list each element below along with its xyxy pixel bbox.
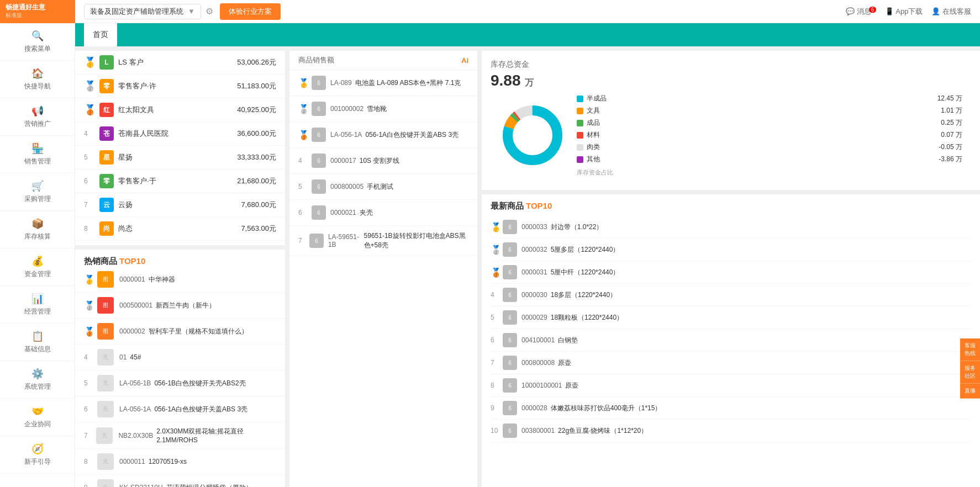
customer-amount: 51,183.00元 — [237, 81, 276, 91]
sidebar-item-finance[interactable]: 💰 资金管理 — [0, 248, 75, 286]
legend-category-name: 材料 — [587, 130, 941, 140]
online-service[interactable]: 👤 在线客服 — [931, 7, 971, 17]
hot-product-item[interactable]: 🥉 图 0000002 智利车子里（规格不知道填什么） — [75, 319, 285, 345]
inventory-value: 9.88 — [491, 72, 521, 89]
newest-product-item[interactable]: 4 6 0000030 18多层（1220*2440） — [491, 284, 971, 306]
newest-product-item[interactable]: 5 6 0000029 18颗粒板（1220*2440） — [491, 306, 971, 329]
float-btn-service[interactable]: 客服热线 — [960, 338, 980, 361]
legend-item: 材料 0.07 万 — [577, 130, 962, 140]
newest-list: 🥇 6 0000033 封边带（1.0*22） 🥈 6 0000032 5厘多层… — [491, 216, 971, 442]
sidebar-item-system[interactable]: ⚙️ 系统管理 — [0, 361, 75, 399]
legend-color-swatch — [577, 96, 583, 102]
sidebar-item-search[interactable]: 🔍 搜索菜单 — [0, 23, 75, 61]
rank-number: 8 — [84, 225, 99, 232]
newest-product-item[interactable]: 9 6 0000028 体嫩荔枝味苏打饮品400毫升（1*15） — [491, 397, 971, 420]
sidebar-item-inventory[interactable]: 📦 库存核算 — [0, 211, 75, 248]
sidebar-quicknav-label: 快捷导航 — [24, 82, 51, 91]
rank-number: 5 — [84, 379, 97, 387]
newest-product-item[interactable]: 10 6 003800001 22g鱼豆腐·烧烤味（1*12*20） — [491, 420, 971, 442]
hot-product-item[interactable]: 🥇 图 0000001 中华神器 — [75, 267, 285, 293]
hot-product-item[interactable]: 9 无 KK-SD22110H 花语萌恒温分腿睡袋（厚款） — [75, 475, 285, 487]
product-code: LA-089 — [330, 79, 352, 87]
customer-ranking-item[interactable]: 5 星 星扬 33,333.00元 — [75, 146, 285, 170]
hot-product-item[interactable]: 🥈 图 000500001 新西兰牛肉（新牛） — [75, 293, 285, 319]
product-sales-item[interactable]: 🥇 6 LA-089 电池盖 LA-089 ABS本色+黑种 7.1克 — [289, 70, 477, 96]
float-btn-live[interactable]: 直播 — [960, 384, 980, 399]
customer-ranking-item[interactable]: 6 零 零售客户·于 21,680.00元 — [75, 170, 285, 193]
hot-product-item[interactable]: 4 无 01 45# — [75, 345, 285, 370]
finance-icon: 💰 — [31, 255, 44, 267]
newest-product-name: 5厘多层（1220*2440） — [551, 245, 620, 255]
newest-product-name: 封边带（1.0*22） — [551, 223, 603, 232]
customer-ranking-item[interactable]: 7 云 云扬 7,680.00元 — [75, 193, 285, 217]
product-sales-item[interactable]: 🥈 6 001000002 雪地靴 — [289, 96, 477, 122]
rank-number: 4 — [298, 157, 312, 165]
legend-item: 肉类 -0.05 万 — [577, 142, 962, 152]
topbar-right: 💬 消息6 📱 App下载 👤 在线客服 — [846, 7, 971, 17]
trial-button[interactable]: 体验行业方案 — [220, 3, 281, 20]
float-btn-community[interactable]: 服务社区 — [960, 361, 980, 384]
product-sales-item[interactable]: 7 6 LA-59651-1B 59651-1B旋转投影灯电池盒ABS黑色+58… — [289, 226, 477, 256]
hot-product-item[interactable]: 6 无 LA-056-1A 056-1A白色按键开关盖ABS 3壳 — [75, 396, 285, 422]
sidebar-item-basics[interactable]: 📋 基础信息 — [0, 324, 75, 361]
sidebar-item-cooperation[interactable]: 🤝 企业协同 — [0, 399, 75, 436]
sidebar-item-purchase[interactable]: 🛒 采购管理 — [0, 173, 75, 211]
product-sales-item[interactable]: 5 6 000800005 手机测试 — [289, 174, 477, 200]
customer-ranking-item[interactable]: 8 尚 尚态 7,563.00元 — [75, 217, 285, 241]
sidebar-item-marketing[interactable]: 📢 营销推广 — [0, 98, 75, 136]
sidebar-cooperation-label: 企业协同 — [24, 420, 51, 429]
tab-home[interactable]: 首页 — [84, 23, 117, 46]
app-download[interactable]: 📱 App下载 — [885, 7, 923, 17]
rank-number: 7 — [491, 359, 503, 367]
gold-medal-icon: 🥇 — [84, 56, 99, 68]
customer-ranking-item[interactable]: 🥉 红 红太阳文具 40,925.00元 — [75, 98, 285, 122]
system-selector[interactable]: 装备及固定资产辅助管理系统 ▼ — [84, 4, 201, 19]
customer-ranking-item[interactable]: 4 苍 苍南县人民医院 36,600.00元 — [75, 122, 285, 146]
newest-title: 最新商品 — [491, 201, 524, 211]
rank-number: 4 — [84, 130, 99, 137]
hot-product-item[interactable]: 7 无 NB2.0X30B 2.0X30MM双摇花轴;摇花直径2.1MM/ROH… — [75, 422, 285, 449]
customer-ranking-item[interactable]: 🥈 零 零售客户·许 51,183.00元 — [75, 75, 285, 98]
product-sales-item[interactable]: 4 6 0000017 10S 变割罗线 — [289, 148, 477, 174]
product-code: 0000021 — [330, 209, 356, 216]
product-code: 000800005 — [330, 183, 363, 190]
customer-ranking-item[interactable]: 🥇 L LS 客户 53,006.26元 — [75, 51, 285, 75]
sidebar-item-operations[interactable]: 📊 经营管理 — [0, 286, 75, 324]
basics-icon: 📋 — [31, 330, 44, 342]
newest-product-thumb: 6 — [503, 310, 517, 325]
message-icon-area[interactable]: 💬 消息6 — [846, 7, 876, 17]
settings-icon[interactable]: ⚙ — [206, 6, 213, 17]
rank-number: 8 — [84, 458, 97, 465]
rank-number: 7 — [84, 432, 96, 440]
product-sales-item[interactable]: 🥉 6 LA-056-1A 056-1A白色按键开关盖ABS 3壳 — [289, 122, 477, 148]
product-code: KK-SD22110H — [119, 484, 163, 487]
legend-category-value: -0.05 万 — [939, 142, 962, 152]
bronze-medal-icon: 🥉 — [84, 326, 97, 337]
product-name: 2.0X30MM双摇花轴;摇花直径2.1MM/ROHS — [156, 427, 276, 444]
sidebar-item-sales[interactable]: 🏪 销售管理 — [0, 136, 75, 173]
newest-product-item[interactable]: 6 6 004100001 白钢垫 — [491, 329, 971, 352]
newest-product-item[interactable]: 🥈 6 0000032 5厘多层（1220*2440） — [491, 239, 971, 261]
hot-product-item[interactable]: 5 无 LA-056-1B 056-1B白色按键开关壳ABS2壳 — [75, 370, 285, 396]
newest-top: TOP10 — [526, 201, 552, 210]
hot-products-header: 热销商品 TOP10 — [75, 250, 285, 267]
product-code: 000500001 — [119, 301, 152, 309]
newest-product-item[interactable]: 7 6 000800008 原壶 — [491, 352, 971, 374]
right-column: 库存总资金 9.88 万 — [477, 46, 980, 487]
hot-product-item[interactable]: 8 无 0000011 12070519-xs — [75, 449, 285, 475]
legend-item: 其他 -3.86 万 — [577, 155, 962, 164]
newest-product-item[interactable]: 🥉 6 0000031 5厘中纤（1220*2440） — [491, 261, 971, 284]
newest-product-name: 5厘中纤（1220*2440） — [551, 268, 620, 277]
sales-icon: 🏪 — [31, 142, 44, 155]
product-sales-item[interactable]: 6 6 0000021 夹壳 — [289, 200, 477, 226]
legend-category-name: 其他 — [587, 155, 939, 164]
newest-product-item[interactable]: 8 6 10000100001 原壶 — [491, 374, 971, 397]
sidebar-item-quicknav[interactable]: 🏠 快捷导航 — [0, 61, 75, 98]
bronze-medal-icon: 🥉 — [298, 130, 312, 140]
gold-medal-icon: 🥇 — [84, 274, 97, 285]
customer-ranking-list: 🥇 L LS 客户 53,006.26元 🥈 零 零售客户·许 51,183.0… — [75, 51, 285, 241]
guide-icon: 🧭 — [31, 443, 44, 455]
sidebar-item-guide[interactable]: 🧭 新手引导 — [0, 436, 75, 474]
newest-product-thumb: 6 — [503, 401, 517, 415]
newest-product-item[interactable]: 🥇 6 0000033 封边带（1.0*22） — [491, 216, 971, 239]
